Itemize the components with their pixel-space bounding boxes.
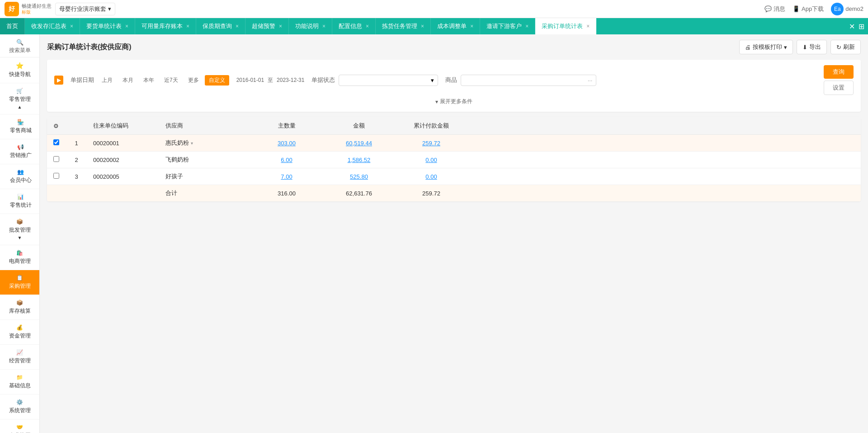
goods-input[interactable]: ··· <box>461 75 596 86</box>
checkbox-input[interactable] <box>53 139 59 145</box>
close-icon[interactable]: × <box>322 23 326 29</box>
table-row: 3 00020005 好孩子 7.00 525.80 0.00 <box>47 168 861 185</box>
sidebar-item-lingshoutongji[interactable]: 📊 零售统计 <box>0 189 39 214</box>
sidebar-item-jichu[interactable]: 📁 基础信息 <box>0 370 39 395</box>
dropdown-arrow-icon: ▾ <box>784 44 787 51</box>
date-shortcut-this-year[interactable]: 本年 <box>139 75 158 86</box>
tab-paihuorenwu[interactable]: 拣货任务管理 × <box>376 18 431 34</box>
print-button[interactable]: 🖨 按模板打印 ▾ <box>739 40 793 54</box>
tab-label: 超储预警 <box>252 22 275 30</box>
sidebar-item-lingshougaunli[interactable]: 🛒 零售管理 ▲ <box>0 83 39 114</box>
close-icon[interactable]: × <box>366 23 369 29</box>
row-checkbox[interactable] <box>47 168 65 185</box>
close-icon[interactable]: × <box>236 23 239 29</box>
close-icon[interactable]: × <box>470 23 473 29</box>
filter-settings-button[interactable]: 设置 <box>824 81 854 95</box>
date-shortcut-this-month[interactable]: 本月 <box>118 75 137 86</box>
row-extra <box>467 168 861 185</box>
row-checkbox[interactable] <box>47 152 65 168</box>
sidebar-item-quick-nav[interactable]: ⭐ 快捷导航 <box>0 57 39 83</box>
expand-tabs-icon[interactable]: ⊞ <box>859 22 864 31</box>
row-amount[interactable]: 525.80 <box>323 168 395 185</box>
close-icon[interactable]: × <box>186 23 189 29</box>
row-amount[interactable]: 60,519.44 <box>323 135 395 152</box>
row-qty[interactable]: 7.00 <box>250 168 323 185</box>
workspace-selector[interactable]: 母婴行业演示账套 ▾ <box>55 3 115 15</box>
tab-chengbentiaozhen[interactable]: 成本调整单 × <box>431 18 480 34</box>
sidebar-item-zijin[interactable]: 💰 资金管理 <box>0 320 39 345</box>
close-all-icon[interactable]: ✕ <box>849 22 855 31</box>
query-button[interactable]: 查询 <box>824 65 854 79</box>
message-button[interactable]: 💬 消息 <box>764 5 785 13</box>
tab-keyong[interactable]: 可用量库存账本 × <box>135 18 196 34</box>
close-icon[interactable]: × <box>525 23 528 29</box>
tab-label: 邀请下游客户 <box>486 22 522 30</box>
close-icon[interactable]: × <box>125 23 128 29</box>
nav-tabs-bar: 首页 收发存汇总表 × 要货单统计表 × 可用量库存账本 × 保质期查询 × 超… <box>0 18 868 34</box>
tab-caigouTongji[interactable]: 采购订单统计表 × <box>535 18 596 34</box>
date-shortcut-last-month[interactable]: 上月 <box>98 75 117 86</box>
date-from[interactable]: 2016-01-01 <box>236 77 264 83</box>
sidebar-item-caigou[interactable]: 📋 采购管理 <box>0 270 39 295</box>
sidebar-item-huiyuan[interactable]: 👥 会员中心 <box>0 164 39 189</box>
message-icon: 💬 <box>764 5 772 12</box>
status-select[interactable]: ▾ <box>339 75 438 86</box>
logo-area[interactable]: 好 畅捷通好生意 标版 <box>5 2 52 16</box>
close-icon[interactable]: × <box>70 23 73 29</box>
tab-peizhi[interactable]: 配置信息 × <box>332 18 376 34</box>
tab-home[interactable]: 首页 <box>0 18 25 34</box>
tab-baozhi[interactable]: 保质期查询 × <box>196 18 245 34</box>
footer-total-label: 合计 <box>160 185 250 202</box>
footer-checkbox <box>47 185 65 202</box>
row-paid[interactable]: 0.00 <box>395 152 467 168</box>
sidebar-search[interactable]: 🔍 搜索菜单 <box>0 34 39 57</box>
tab-yaoqingxiayou[interactable]: 邀请下游客户 × <box>480 18 535 34</box>
date-shortcut-custom[interactable]: 自定义 <box>205 75 229 86</box>
date-to[interactable]: 2023-12-31 <box>277 77 304 83</box>
collab-icon: 🤝 <box>16 424 23 430</box>
close-icon[interactable]: × <box>421 23 424 29</box>
sidebar-item-yingxiao[interactable]: 📢 营销推广 <box>0 139 39 164</box>
app-download-button[interactable]: 📱 App下载 <box>793 5 824 13</box>
row-qty[interactable]: 303.00 <box>250 135 323 152</box>
refresh-button[interactable]: ↻ 刷新 <box>830 40 861 54</box>
row-paid[interactable]: 259.72 <box>395 135 467 152</box>
tab-chaochuPreWarning[interactable]: 超储预警 × <box>245 18 289 34</box>
tab-gongneng[interactable]: 功能说明 × <box>289 18 332 34</box>
tab-label: 配置信息 <box>339 22 362 30</box>
expand-more-row[interactable]: ▾ 展开更多条件 <box>54 95 854 106</box>
tab-shoufahuiTotal[interactable]: 收发存汇总表 × <box>25 18 80 34</box>
expand-filter-button[interactable]: ▶ <box>54 76 63 85</box>
row-paid[interactable]: 0.00 <box>395 168 467 185</box>
checkbox-input[interactable] <box>53 173 59 179</box>
tab-yaohuo[interactable]: 要货单统计表 × <box>80 18 135 34</box>
page-header-actions: 🖨 按模板打印 ▾ ⬇ 导出 ↻ 刷新 <box>739 40 861 54</box>
col-header-settings[interactable]: ⚙ <box>47 117 65 135</box>
export-button[interactable]: ⬇ 导出 <box>797 40 827 54</box>
sidebar-item-kucun[interactable]: 📦 库存核算 <box>0 295 39 320</box>
sidebar-item-pifaguanli[interactable]: 📦 批发管理 ▼ <box>0 214 39 245</box>
row-checkbox[interactable] <box>47 135 65 152</box>
tab-label: 保质期查询 <box>203 22 232 30</box>
date-shortcut-more[interactable]: 更多 <box>184 75 203 86</box>
export-icon: ⬇ <box>802 44 807 51</box>
sidebar-item-lingshougaunli2[interactable]: 🏪 零售商城 <box>0 114 39 139</box>
tab-label: 收发存汇总表 <box>31 22 66 30</box>
chevron-down-icon: ▼ <box>18 235 22 240</box>
user-profile[interactable]: Ea demo2 <box>831 3 863 15</box>
close-icon[interactable]: × <box>586 23 590 29</box>
sidebar-item-jingying[interactable]: 📈 经营管理 <box>0 345 39 370</box>
close-icon[interactable]: × <box>279 23 282 29</box>
more-icon: ··· <box>588 77 593 84</box>
checkbox-input[interactable] <box>53 156 59 162</box>
settings-icon: ⚙ <box>53 123 59 129</box>
sidebar-item-xitong[interactable]: ⚙️ 系统管理 <box>0 395 39 419</box>
sidebar-item-qiye[interactable]: 🤝 企业协同 <box>0 419 39 433</box>
avatar: Ea <box>831 3 844 15</box>
row-qty[interactable]: 6.00 <box>250 152 323 168</box>
col-header-index <box>65 117 88 135</box>
sidebar-item-dianshang[interactable]: 🛍️ 电商管理 <box>0 245 39 270</box>
date-shortcut-7days[interactable]: 近7天 <box>160 75 182 86</box>
content-area: 采购订单统计表(按供应商) 🖨 按模板打印 ▾ ⬇ 导出 ↻ 刷新 <box>40 34 868 433</box>
row-amount[interactable]: 1,586.52 <box>323 152 395 168</box>
